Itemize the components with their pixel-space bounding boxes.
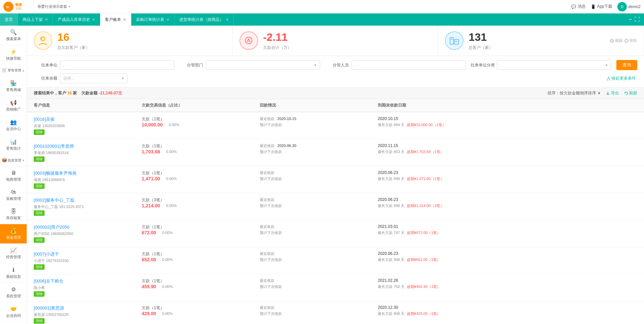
table-row: [0016]吴俊 吴俊 13026203696 现销 欠款（1笔） 10,000…: [27, 112, 644, 139]
recovery-next-2: 预计下次收款: [260, 176, 378, 181]
customer-name-6[interactable]: [0006]去下粮仓: [34, 278, 142, 284]
recovery-info-6: 最近收款 预计下次收款: [260, 278, 378, 289]
finance-icon: 💰: [10, 228, 17, 234]
debt-amount-4: 672.00: [142, 230, 156, 235]
export-btn[interactable]: 导出: [606, 90, 619, 96]
tab-incoming[interactable]: 进货单统计表（按商品） ✕: [174, 13, 234, 26]
tab-customer[interactable]: 客户账本 ✕: [100, 13, 131, 26]
debt-count-3: 欠款（3笔）: [142, 198, 164, 202]
sidebar-item-enterprise[interactable]: 🤝 企业协同: [0, 302, 27, 322]
sidebar-item-inventory[interactable]: 🗄 库存核算: [0, 205, 27, 224]
due-date-info-4: 2021.03.01 最长欠款 747 天 超期¥672.00（1笔）: [378, 224, 637, 235]
dropdown-arrow[interactable]: ▾: [68, 5, 70, 8]
sidebar-item-batch-mgmt[interactable]: 📦 批发管理 ▼: [0, 155, 27, 167]
balance-placeholder: 选择...: [63, 76, 75, 81]
avatar: D: [617, 2, 627, 11]
overdue-days-7: 最长欠款 808 天: [378, 312, 406, 316]
customer-name-3[interactable]: [0002]服务中心_丁磊: [34, 197, 142, 203]
user-area[interactable]: D demo2: [617, 2, 641, 11]
sidebar-item-ecom[interactable]: 🖥 电商管理: [0, 167, 27, 186]
recovery-info-1: 最近收款 2020-06-30 预计下次收款: [260, 143, 378, 154]
customer-name-5[interactable]: [0007]小进干: [34, 251, 142, 257]
message-btn[interactable]: 💬 消息: [571, 4, 586, 9]
video-icon[interactable]: 视频: [610, 38, 622, 43]
debt-count-2: 欠款（1笔）: [142, 171, 164, 175]
help-icon[interactable]: ? 帮助: [624, 38, 637, 43]
sidebar-item-quick-nav[interactable]: ⚡ 快捷导航: [0, 45, 27, 65]
sidebar-item-member[interactable]: 👥 会员中心: [0, 116, 27, 135]
tab-produce-close[interactable]: ✕: [92, 18, 95, 22]
customer-name-0[interactable]: [0016]吴俊: [34, 116, 142, 122]
overdue-link-6[interactable]: 超期¥455.90（1笔）: [407, 285, 441, 289]
tab-home[interactable]: 首页: [0, 13, 18, 26]
debt-customers-icon: ¥: [34, 31, 52, 50]
tab-fullscreen-btn[interactable]: ⛶: [633, 17, 641, 23]
sidebar-item-purchase-mgmt[interactable]: 🛍 采购管理: [0, 186, 27, 205]
overdue-link-2[interactable]: 超期¥1,471.00（1笔）: [407, 177, 444, 181]
overdue-link-1[interactable]: 超期¥1,703.68（1笔）: [407, 150, 444, 154]
sidebar: 🔍 搜索菜单 ⚡ 快捷导航 🛒 零售管理 ▲ 🏪 零售商城 📢 营销推广 �: [0, 26, 27, 324]
table-row: [0002]服务中心_丁磊 服务中心_丁磊 181 0125 8371 现销 欠…: [27, 193, 644, 220]
sidebar-item-retail-stats[interactable]: 📊 零售统计: [0, 135, 27, 155]
debt-count-4: 欠款（1笔）: [142, 225, 164, 229]
filter-balance: 往来余额 选择... ▼: [34, 73, 315, 83]
balance-select[interactable]: 选择... ▼: [60, 73, 128, 83]
customer-name-1[interactable]: [0001020001]李老师: [34, 143, 142, 149]
batch-mgmt-arrow: ▼: [22, 159, 25, 162]
due-date-info-3: 2020.06.23 最长欠款 998 天 超期¥1,214.00（3笔）: [378, 197, 637, 208]
unit-category-select[interactable]: ▼: [497, 60, 611, 70]
sidebar-item-search-menu[interactable]: 🔍 搜索菜单: [0, 26, 27, 45]
sidebar-item-system[interactable]: ⚙ 系统管理: [0, 283, 27, 302]
customer-tag-0: 现销: [34, 129, 45, 135]
customer-name-2[interactable]: [0003]畅捷服务尹海燕: [34, 170, 142, 176]
sidebar-item-newbie[interactable]: 🌟 新手引导: [0, 322, 27, 324]
retail-stats-icon: 📊: [10, 139, 17, 145]
debt-customers-number: 16: [57, 31, 90, 43]
sidebar-item-retail-mall[interactable]: 🏪 零售商城: [0, 77, 27, 96]
sidebar-item-retail-mgmt[interactable]: 🛒 零售管理 ▲: [0, 65, 27, 77]
customer-name-4[interactable]: [000002]用户2050: [34, 224, 142, 230]
recovery-next-6: 预计下次收款: [260, 284, 378, 289]
overdue-link-0[interactable]: 超期¥10,000.00（1笔）: [407, 123, 446, 127]
sidebar-item-marketing[interactable]: 📢 营销推广: [0, 96, 27, 116]
tab-prev-btn[interactable]: −: [627, 17, 633, 23]
person-input[interactable]: ···: [352, 60, 466, 70]
debt-amount-5: 652.00: [142, 257, 156, 262]
tab-goods[interactable]: 商品上下架 ✕: [18, 13, 53, 26]
overdue-days-1: 最长欠款 853 天: [378, 150, 406, 154]
customer-tag-2: 现销: [34, 183, 45, 189]
recovery-next-1: 预计下次收款: [260, 149, 378, 154]
overdue-link-7[interactable]: 超期¥429.00（1笔）: [407, 312, 441, 316]
table-row: [000001]黄思源 黄思源 13552700226 现销 欠款（1笔） 42…: [27, 301, 644, 324]
recovery-next-7: 预计下次收款: [260, 311, 378, 316]
total-customers-content: 131 总客户（家）: [469, 31, 493, 51]
tab-produce[interactable]: 产成品入库单历史 ✕: [53, 13, 100, 26]
app-download-btn[interactable]: 📱 App下载: [591, 4, 612, 9]
sidebar-item-operations[interactable]: 📈 经营管理: [0, 244, 27, 263]
tab-customer-close[interactable]: ✕: [123, 18, 126, 22]
tab-purchase-close[interactable]: ✕: [166, 18, 169, 22]
result-info: 搜索结果中，客户 16 家 欠款金额 -21,148.07元: [34, 90, 122, 96]
tab-incoming-close[interactable]: ✕: [226, 18, 229, 22]
col-customer-info: 客户信息: [34, 102, 142, 108]
overdue-link-3[interactable]: 超期¥1,214.00（3笔）: [407, 204, 444, 208]
overdue-link-4[interactable]: 超期¥672.00（1笔）: [407, 231, 441, 235]
department-select[interactable]: ▼: [206, 60, 320, 70]
sidebar-item-finance[interactable]: 💰 资金管理: [0, 224, 27, 244]
logo-area: 畅 畅捷 示胎: [3, 2, 30, 12]
debt-count-0: 欠款（1笔）: [142, 117, 164, 121]
sort-select[interactable]: 排序：按欠款金额倒序排序 ▼: [548, 90, 601, 96]
overdue-link-5[interactable]: 超期¥652.00（1笔）: [407, 258, 441, 262]
sidebar-item-basic-info[interactable]: ℹ 基础信息: [0, 263, 27, 283]
debt-amount-7: 429.00: [142, 311, 156, 316]
retail-mall-icon: 🏪: [10, 80, 17, 86]
tab-purchase[interactable]: 采购订单统计表 ✕: [131, 13, 174, 26]
origin-unit-input[interactable]: ···: [60, 60, 174, 70]
refresh-btn[interactable]: 刷新: [624, 90, 637, 96]
query-button[interactable]: 查询: [616, 60, 637, 70]
customer-name-7[interactable]: [000001]黄思源: [34, 305, 142, 311]
tab-goods-close[interactable]: ✕: [45, 18, 48, 22]
collapse-button[interactable]: ⋀ 收起更多条件: [606, 74, 637, 83]
debt-info-3: 欠款（3笔） 1,214.00 0.00%: [142, 197, 260, 208]
recovery-next-0: 预计下次收款: [260, 122, 378, 127]
